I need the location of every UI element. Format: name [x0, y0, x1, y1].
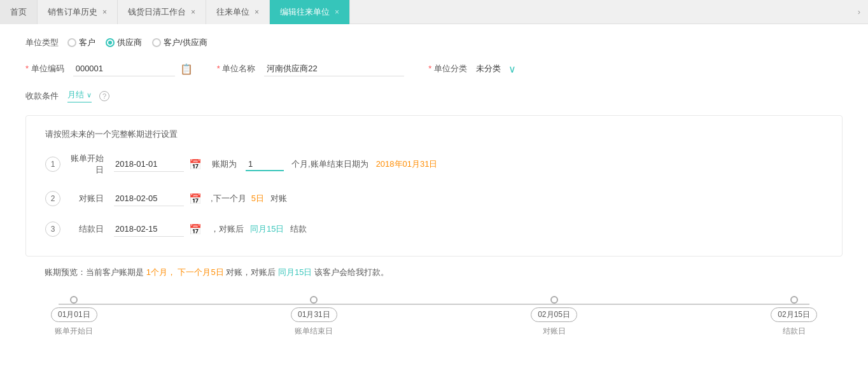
- period-instruction: 请按照未来的一个完整帐期进行设置: [45, 129, 823, 140]
- payment-chevron-icon: ∨: [87, 91, 92, 99]
- radio-supplier[interactable]: 供应商: [106, 37, 142, 48]
- calendar-icon-3[interactable]: 📅: [189, 223, 202, 236]
- payment-value: 月结: [67, 89, 84, 101]
- timeline-dot-0: [70, 296, 78, 304]
- tab-sales-history[interactable]: 销售订单历史 ×: [38, 0, 118, 24]
- period-num-3: 3: [45, 222, 60, 237]
- period-label-3: 结款日: [66, 223, 104, 235]
- tab-home[interactable]: 首页: [0, 0, 38, 24]
- unit-category-chevron[interactable]: ∨: [508, 63, 516, 75]
- period-date-3[interactable]: [114, 222, 184, 237]
- timeline-dot-1: [310, 296, 318, 304]
- period-label-2: 对账日: [66, 193, 104, 204]
- unit-type-row: 单位类型 客户 供应商 客户/供应商: [25, 37, 843, 48]
- tab-cash-work-close[interactable]: ×: [191, 8, 195, 17]
- timeline-badge-0: 01月01日: [51, 307, 97, 322]
- timeline-label-0: 账单开始日: [55, 326, 93, 337]
- timeline-point-0: 01月01日 账单开始日: [51, 296, 97, 337]
- radio-both-label: 客户/供应商: [164, 37, 207, 48]
- radio-customer[interactable]: 客户: [67, 37, 95, 48]
- tab-more-button[interactable]: ›: [850, 0, 868, 24]
- period-num-1: 1: [45, 157, 60, 172]
- period-date-1[interactable]: [114, 157, 184, 172]
- period-months-unit: 个月,账单结束日期为: [291, 158, 368, 170]
- tab-partner-close[interactable]: ×: [255, 8, 259, 17]
- tab-partner-label: 往来单位: [216, 6, 249, 18]
- payment-label: 收款条件: [25, 90, 59, 102]
- tab-edit-partner[interactable]: 编辑往来单位 ×: [270, 0, 350, 24]
- radio-supplier-circle: [106, 38, 115, 47]
- tab-sales-history-close[interactable]: ×: [102, 8, 107, 17]
- timeline-badge-3: 02月15日: [771, 307, 817, 322]
- preview-end: 该客户会给我打款。: [314, 267, 389, 277]
- chevron-right-icon: ›: [858, 7, 860, 17]
- period-row2-highlight: 5日: [251, 193, 264, 204]
- unit-name-input[interactable]: [264, 61, 404, 76]
- payment-select[interactable]: 月结 ∨: [67, 89, 92, 102]
- radio-customer-label: 客户: [79, 37, 95, 48]
- tab-bar: 首页 销售订单历史 × 钱货日清工作台 × 往来单位 × 编辑往来单位 × ›: [0, 0, 868, 24]
- timeline-point-3: 02月15日 结款日: [771, 296, 817, 337]
- period-num-2: 2: [45, 191, 60, 206]
- tab-home-label: 首页: [10, 6, 27, 18]
- unit-name-group: 单位名称: [217, 61, 405, 76]
- timeline-dot-3: [790, 296, 798, 304]
- payment-help-icon[interactable]: ?: [99, 91, 109, 101]
- period-date-2[interactable]: [114, 191, 184, 206]
- unit-category-group: 单位分类 未分类 ∨: [428, 63, 516, 75]
- preview-label: 账期预览：当前客户账期是: [45, 267, 144, 277]
- timeline-badge-2: 02月05日: [531, 307, 577, 322]
- period-row3-before: ，对账后: [211, 223, 244, 235]
- period-box: 请按照未来的一个完整帐期进行设置 1 账单开始日 📅 账期为 个月,账单结束日期…: [25, 115, 843, 257]
- radio-supplier-label: 供应商: [117, 37, 142, 48]
- preview-part3: 同月15日: [278, 267, 312, 277]
- calendar-icon-1[interactable]: 📅: [189, 158, 202, 171]
- tab-cash-work-label: 钱货日清工作台: [128, 6, 186, 18]
- preview-part2: 下一个月5日: [178, 267, 223, 277]
- unit-type-radio-group: 客户 供应商 客户/供应商: [67, 37, 207, 48]
- payment-row: 收款条件 月结 ∨ ?: [25, 89, 843, 102]
- preview-mid: 对账，对账后: [226, 267, 276, 277]
- timeline-points: 01月01日 账单开始日 01月31日 账单结束日 02月05日 对账日 02月…: [51, 296, 817, 337]
- unit-category-label: 单位分类: [428, 63, 467, 74]
- timeline-label-3: 结款日: [783, 326, 806, 337]
- timeline-dot-2: [550, 296, 558, 304]
- timeline-point-2: 02月05日 对账日: [531, 296, 577, 337]
- timeline-point-1: 01月31日 账单结束日: [291, 296, 337, 337]
- tab-edit-partner-close[interactable]: ×: [335, 8, 339, 17]
- period-row2-after: 对账: [270, 193, 287, 204]
- period-for-label: 账期为: [212, 158, 237, 170]
- period-row3-highlight: 同月15日: [250, 223, 284, 235]
- radio-both[interactable]: 客户/供应商: [152, 37, 207, 48]
- unit-name-label: 单位名称: [217, 63, 256, 74]
- period-row-3: 3 结款日 📅 ，对账后 同月15日 结款: [45, 222, 823, 237]
- tab-sales-history-label: 销售订单历史: [48, 6, 97, 18]
- timeline-badge-1: 01月31日: [291, 307, 337, 322]
- period-row-1: 1 账单开始日 📅 账期为 个月,账单结束日期为 2018年01月31日: [45, 153, 823, 176]
- period-row2-before: ,下一个月: [211, 193, 246, 204]
- period-row3-after: 结款: [290, 223, 307, 235]
- radio-both-circle: [152, 38, 161, 47]
- calendar-icon-2[interactable]: 📅: [189, 193, 202, 205]
- radio-customer-circle: [67, 38, 76, 47]
- tab-partner[interactable]: 往来单位 ×: [206, 0, 270, 24]
- unit-code-icon[interactable]: 📋: [180, 63, 193, 75]
- unit-category-value: 未分类: [476, 63, 501, 74]
- period-months-input[interactable]: [246, 158, 284, 171]
- period-row-2: 2 对账日 📅 ,下一个月 5日 对账: [45, 191, 823, 206]
- tab-cash-work[interactable]: 钱货日清工作台 ×: [118, 0, 206, 24]
- timeline-wrapper: 01月01日 账单开始日 01月31日 账单结束日 02月05日 对账日 02月…: [25, 291, 843, 337]
- tab-edit-partner-label: 编辑往来单位: [280, 6, 330, 18]
- preview-part1: 1个月，: [146, 267, 176, 277]
- period-label-1: 账单开始日: [66, 153, 104, 176]
- unit-info-row: 单位编码 📋 单位名称 单位分类 未分类 ∨: [25, 61, 843, 76]
- unit-type-label: 单位类型: [25, 37, 59, 48]
- preview-section: 账期预览：当前客户账期是 1个月， 下一个月5日 对账，对账后 同月15日 该客…: [25, 267, 843, 278]
- unit-code-input[interactable]: [73, 61, 175, 76]
- timeline-label-1: 账单结束日: [295, 326, 333, 337]
- unit-code-group: 单位编码 📋: [25, 61, 193, 76]
- timeline-label-2: 对账日: [543, 326, 566, 337]
- unit-code-label: 单位编码: [25, 63, 64, 74]
- period-end-date: 2018年01月31日: [376, 158, 438, 170]
- main-content: 单位类型 客户 供应商 客户/供应商 单位编码 📋 单位名称: [0, 24, 868, 387]
